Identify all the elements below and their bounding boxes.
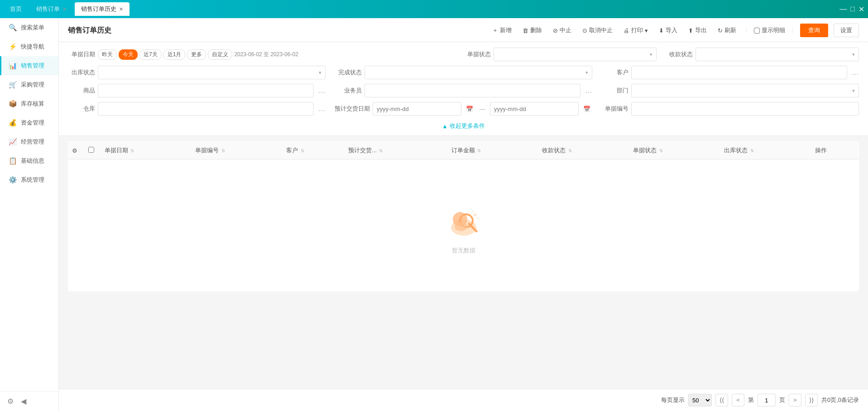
- product-dots[interactable]: …: [318, 87, 326, 95]
- add-icon: ＋: [492, 26, 498, 34]
- product-input[interactable]: [98, 84, 314, 97]
- prev-page-button[interactable]: ＜: [732, 394, 744, 406]
- cancel-stop-icon: ⊙: [582, 27, 587, 34]
- col-payment-status[interactable]: 收款状态 ⇅: [538, 142, 629, 160]
- sidebar-bottom: ⚙ ◀: [0, 391, 58, 411]
- department-select[interactable]: ▾: [631, 84, 859, 97]
- date-btn-custom[interactable]: 自定义: [208, 49, 232, 60]
- next-page-button[interactable]: ＞: [789, 394, 801, 406]
- product-label: 商品: [68, 87, 95, 95]
- col-customer[interactable]: 客户 ⇅: [283, 142, 345, 160]
- sales-mgmt-icon: 📊: [9, 62, 17, 70]
- date-btn-today[interactable]: 今天: [119, 49, 138, 60]
- import-button[interactable]: ⬇ 导入: [656, 24, 680, 36]
- export-label: 导出: [695, 26, 707, 34]
- date-btn-yesterday[interactable]: 昨天: [98, 49, 117, 60]
- expected-date-start[interactable]: [373, 102, 461, 116]
- sidebar: 🔍 搜索菜单 ⚡ 快捷导航 📊 销售管理 🛒 采购管理 📦 库存核算 💰 资金管…: [0, 18, 59, 411]
- filter-payment-status: 收款状态 ▾: [666, 48, 859, 61]
- first-page-button[interactable]: ⟨⟨: [715, 394, 728, 406]
- current-page-input[interactable]: [758, 394, 776, 406]
- display-columns-checkbox[interactable]: 显示明细: [754, 26, 785, 34]
- tab-sales-order[interactable]: 销售订单 ✕: [30, 2, 73, 16]
- delete-label: 删除: [530, 26, 542, 34]
- add-button[interactable]: ＋ 新增: [489, 24, 514, 36]
- settings-button[interactable]: 设置: [834, 24, 859, 37]
- sidebar-item-sales-mgmt[interactable]: 📊 销售管理: [0, 56, 58, 75]
- minimize-button[interactable]: —: [839, 5, 847, 13]
- tab-sales-order-close[interactable]: ✕: [62, 6, 67, 12]
- sidebar-item-inventory[interactable]: 📦 库存核算: [0, 94, 58, 113]
- sidebar-item-finance-label: 资金管理: [21, 119, 44, 127]
- complete-status-select[interactable]: ▾: [364, 66, 592, 79]
- col-order-no[interactable]: 单据编号 ⇅: [192, 142, 283, 160]
- customer-dots[interactable]: …: [852, 68, 859, 77]
- last-page-button[interactable]: ⟩⟩: [805, 394, 818, 406]
- display-columns-input[interactable]: [754, 28, 760, 34]
- sidebar-item-base-info[interactable]: 📋 基础信息: [0, 151, 58, 170]
- warehouse-dots[interactable]: …: [318, 105, 326, 113]
- refresh-icon: ↻: [718, 27, 723, 34]
- warehouse-input[interactable]: [98, 102, 314, 116]
- order-no-input[interactable]: [631, 102, 859, 116]
- sidebar-item-quick-nav[interactable]: ⚡ 快捷导航: [0, 37, 58, 56]
- order-status-arrow: ▾: [650, 52, 652, 58]
- stop-button[interactable]: ⊘ 中止: [550, 24, 574, 36]
- svg-point-7: [477, 218, 479, 219]
- col-delivery-status[interactable]: 出库状态 ⇅: [720, 142, 811, 160]
- col-expected-delivery[interactable]: 预计交货... ⇅: [345, 142, 448, 160]
- sidebar-item-system[interactable]: ⚙️ 系统管理: [0, 170, 58, 189]
- sidebar-item-operations[interactable]: 📈 经营管理: [0, 132, 58, 151]
- col-checkbox[interactable]: [85, 142, 101, 160]
- col-date[interactable]: 单据日期 ⇅: [101, 142, 192, 160]
- salesperson-input[interactable]: [364, 84, 580, 97]
- maximize-button[interactable]: □: [850, 5, 855, 13]
- collapse-row[interactable]: ▲ 收起更多条件: [68, 120, 859, 130]
- refresh-button[interactable]: ↻ 刷新: [715, 24, 739, 36]
- sidebar-item-purchase-mgmt[interactable]: 🛒 采购管理: [0, 75, 58, 94]
- select-all-checkbox[interactable]: [88, 147, 94, 153]
- tab-home[interactable]: 首页: [4, 2, 28, 16]
- sidebar-settings-icon[interactable]: ⚙: [7, 397, 14, 406]
- payment-status-arrow: ▾: [852, 52, 855, 58]
- sidebar-item-base-info-label: 基础信息: [21, 157, 44, 165]
- col-amount[interactable]: 订单金额 ⇅: [448, 142, 539, 160]
- date-btn-last1m[interactable]: 近1月: [163, 49, 186, 60]
- close-window-button[interactable]: ✕: [858, 5, 864, 14]
- filter-area: 单据日期 昨天 今天 近7天 近1月 更多 自定义 2023-06-02 至 2…: [59, 42, 868, 136]
- customer-input[interactable]: [631, 66, 847, 79]
- operations-icon: 📈: [9, 138, 17, 146]
- col-order-no-sort: ⇅: [221, 148, 225, 153]
- per-page-select[interactable]: 50 10 20 100: [688, 394, 712, 406]
- cancel-stop-button[interactable]: ⊙ 取消中止: [580, 24, 615, 36]
- delete-button[interactable]: 🗑 删除: [520, 24, 545, 36]
- quick-nav-icon: ⚡: [9, 43, 17, 51]
- date-btn-more[interactable]: 更多: [187, 49, 206, 60]
- payment-status-label: 收款状态: [666, 50, 693, 58]
- filter-row-3: 商品 … 业务员 … 部门 ▾: [68, 84, 859, 97]
- payment-status-select[interactable]: ▾: [695, 48, 859, 61]
- salesperson-dots[interactable]: …: [585, 87, 592, 95]
- col-order-status[interactable]: 单据状态 ⇅: [629, 142, 720, 160]
- sidebar-item-system-label: 系统管理: [21, 176, 44, 184]
- col-amount-sort: ⇅: [477, 148, 481, 153]
- print-button[interactable]: 🖨 打印 ▾: [621, 24, 651, 36]
- system-icon: ⚙️: [9, 176, 17, 184]
- delivery-status-select[interactable]: ▾: [98, 66, 326, 79]
- tab-sales-order-history-close[interactable]: ✕: [119, 6, 123, 12]
- export-button[interactable]: ⬆ 导出: [686, 24, 710, 36]
- order-status-select[interactable]: ▾: [494, 48, 657, 61]
- sidebar-collapse-icon[interactable]: ◀: [21, 397, 26, 406]
- filter-order-no: 单据编号: [601, 102, 859, 116]
- date-dash: —: [478, 106, 487, 112]
- sidebar-item-search-menu[interactable]: 🔍 搜索菜单: [0, 18, 58, 37]
- tab-sales-order-history[interactable]: 销售订单历史 ✕: [75, 2, 129, 16]
- table-body: 暂无数据: [68, 160, 859, 291]
- date-btn-last7[interactable]: 近7天: [139, 49, 162, 60]
- query-button[interactable]: 查询: [800, 24, 828, 37]
- expected-date-end[interactable]: [490, 102, 579, 116]
- sidebar-item-finance[interactable]: 💰 资金管理: [0, 113, 58, 132]
- col-settings[interactable]: ⚙: [68, 142, 85, 160]
- print-icon: 🖨: [623, 27, 629, 34]
- department-arrow: ▾: [852, 88, 855, 94]
